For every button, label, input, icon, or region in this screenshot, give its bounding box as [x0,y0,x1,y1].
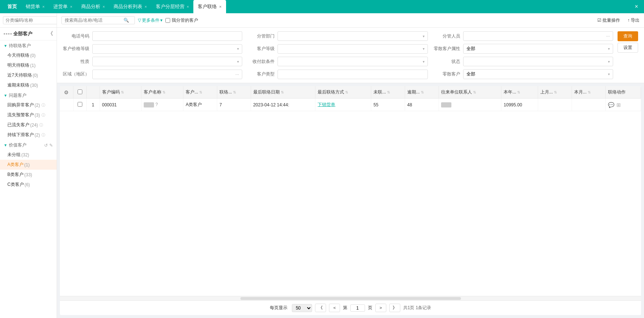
sidebar-item-class-b[interactable]: B类客户 (33) [0,170,57,180]
last-page-button[interactable]: 》 [389,304,400,312]
filter-manager-input[interactable]: ··· [463,31,613,41]
sidebar-item-repurchase-abnormal[interactable]: 回购异常客户 (2) ⓘ [0,100,57,110]
nav-customer-segment-close[interactable]: × [187,4,189,9]
sort-icon-overdue[interactable]: ⇅ [421,90,424,94]
page-input[interactable] [350,304,365,312]
row-last-method: 下销货单 [315,99,371,111]
sidebar-all-customers[interactable]: 全部客户 《 [0,28,57,40]
sort-icon-person[interactable]: ⇅ [473,90,476,94]
nav-sales-close[interactable]: × [42,4,44,9]
query-button[interactable]: 查询 [618,31,638,41]
nav-product-analysis-close[interactable]: × [103,4,105,9]
sidebar-item-7days[interactable]: 近7天待联络 (0) [0,70,57,80]
nav-product-list-close[interactable]: × [144,4,147,9]
settings-button[interactable]: 设置 [618,43,638,53]
sort-icon-code[interactable]: ⇅ [121,90,124,94]
info-icon-1: ⓘ [42,103,45,108]
sidebar-item-unclassified[interactable]: 未分组 (32) [0,150,57,160]
contact-method-link[interactable]: 下销货单 [318,102,335,107]
nav-home[interactable]: 首页 [3,0,21,13]
export-button[interactable]: ↑ 导出 [627,17,640,24]
sort-icon-this-month[interactable]: ⇅ [588,90,591,94]
th-overdue: 逾期... ⇅ [405,86,439,99]
filter-department-select[interactable]: ▾ [278,31,427,41]
first-page-button[interactable]: 《 [315,304,326,312]
sidebar-collapse-icon[interactable]: 《 [48,31,53,37]
filter-region-label: 区域（地区） [63,71,92,77]
sidebar: 🔍 全部客户 《 ▼ 待联络客户 今天待联络 (0) 明天待联络 (1) 近7天… [0,13,57,318]
next-page-button[interactable]: ＞ [375,304,386,312]
filter-retail-attr-select[interactable]: 全部▾ [463,44,613,54]
filter-bar: 🔍 ▽ 更多条件 ▾ 我分管的客户 ☑ 批量操作 ↑ 导出 [57,13,644,28]
qr-icon[interactable]: ⊞ [616,102,621,108]
filter-retail-attr: 零散客户属性 全部▾ [434,44,613,54]
filter-status-select[interactable]: ▾ [463,57,613,66]
sidebar-item-overdue[interactable]: 逾期未联络 (30) [0,80,57,90]
gear-icon[interactable]: ⚙ [64,89,69,95]
batch-ops-button[interactable]: ☑ 批量操作 [597,17,620,24]
sidebar-search-input[interactable] [3,16,57,24]
sort-icon-year[interactable]: ⇅ [517,90,520,94]
sidebar-item-today[interactable]: 今天待联络 (0) [0,50,57,60]
sort-icon-contact[interactable]: ⇅ [233,90,236,94]
data-table: ⚙ 客户编码 ⇅ [60,86,641,111]
filter-price-level: 客户价格等级 ▾ [63,44,242,54]
filter-price-select[interactable]: ▾ [92,44,242,54]
sort-icon-last-month[interactable]: ⇅ [554,90,557,94]
sort-icon-no-contact[interactable]: ⇅ [387,90,390,94]
select-all-checkbox[interactable] [78,89,82,94]
sidebar-item-tomorrow[interactable]: 明天待联络 (1) [0,60,57,70]
filter-payment-select[interactable]: ▾ [278,57,427,66]
filter-search-input[interactable] [65,18,124,23]
nav-customer-segment-label: 客户分层经营 [156,3,185,10]
chat-icon[interactable]: 💬 [608,102,614,108]
row-last-month [538,99,572,111]
nav-sales-order[interactable]: 销货单 × [21,0,49,13]
prev-page-button[interactable]: ＜ [329,304,340,312]
sidebar-item-declining[interactable]: 持续下滑客户 (2) ⓘ [0,130,57,140]
filter-customer-level-select[interactable]: ▾ [278,44,427,54]
nav-purchase-order[interactable]: 进货单 × [49,0,76,13]
sort-icon-method[interactable]: ⇅ [345,90,348,94]
horizontal-scrollbar[interactable] [60,296,641,300]
table-scroll[interactable]: ⚙ 客户编码 ⇅ [60,86,641,296]
filter-search-icon[interactable]: 🔍 [124,18,129,23]
filter-department: 分管部门 ▾ [248,31,427,41]
filter-phone-input[interactable] [92,31,242,41]
filter-nature-select[interactable]: ▾ [92,57,242,66]
sidebar-item-churned[interactable]: 已流失客户 (24) ⓘ [0,120,57,130]
nav-customer-segment[interactable]: 客户分层经营 × [151,0,193,13]
filter-more-button[interactable]: ▽ 更多条件 ▾ [138,17,162,24]
sidebar-item-class-a[interactable]: A类客户 (1) [0,160,57,170]
sort-icon-date[interactable]: ⇅ [281,90,284,94]
nav-product-analysis[interactable]: 商品分析 × [77,0,109,13]
row-this-year: 10995.00 [501,99,538,111]
sidebar-item-class-c[interactable]: C类客户 (6) [0,180,57,190]
my-customers-label: 我分管的客户 [172,17,198,24]
sidebar-group-value: ▼ 价值客户 ↺ ✎ [0,140,57,150]
row-num: 1 [86,99,100,111]
filter-customer-type-input[interactable] [278,70,427,79]
info-icon-2: ⓘ [42,113,45,118]
sidebar-item-churn-warning[interactable]: 流失预警客户 (3) ⓘ [0,110,57,120]
filter-retail-customer-select[interactable]: 全部▾ [463,69,613,79]
value-group-refresh-icon[interactable]: ↺ [44,143,48,148]
value-group-edit-icon[interactable]: ✎ [49,143,53,148]
nav-product-analysis-label: 商品分析 [81,3,100,10]
nav-customer-contact[interactable]: 客户联络 × [193,0,226,13]
my-customers-checkbox[interactable] [165,18,170,23]
nav-product-list[interactable]: 商品分析列表 × [109,0,151,13]
nav-customer-contact-close[interactable]: × [219,4,221,9]
filter-status: 状态 ▾ [434,57,613,66]
top-close-button[interactable]: × [632,3,641,10]
filter-payment: 收付款条件 ▾ [248,57,427,66]
nav-purchase-close[interactable]: × [70,4,72,9]
filter-row-2: 客户价格等级 ▾ 客户等级 ▾ 零散客户属性 [63,44,613,54]
filter-region-input[interactable]: ··· [92,70,242,79]
sort-icon-level[interactable]: ⇅ [199,90,202,94]
filter-action-buttons: 查询 设置 [618,31,638,53]
per-page-select[interactable]: 50 100 200 [292,304,312,312]
row-checkbox[interactable] [78,102,82,107]
sort-icon-name[interactable]: ⇅ [162,90,165,94]
top-nav: 首页 销货单 × 进货单 × 商品分析 × 商品分析列表 × 客户分层经营 × … [0,0,644,13]
